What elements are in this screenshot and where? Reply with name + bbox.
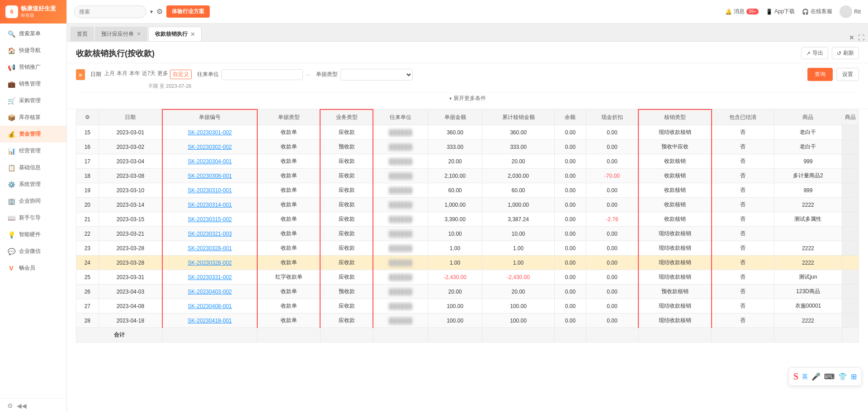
date-this-month[interactable]: 本月 bbox=[117, 70, 127, 79]
tab-collection-close[interactable]: ✕ bbox=[190, 31, 195, 38]
settings-button[interactable]: 设置 bbox=[836, 68, 859, 81]
date-custom[interactable]: 自定义 bbox=[170, 70, 192, 79]
row-no: 21 bbox=[76, 212, 99, 227]
tab-receivable[interactable]: 预计应应付单 ✕ bbox=[95, 27, 147, 41]
sougou-icon[interactable]: S bbox=[793, 371, 798, 382]
row-product: 老白干 bbox=[774, 140, 842, 154]
sidebar-item-sales[interactable]: 💼 销售管理 bbox=[0, 76, 66, 92]
row-doc-no[interactable]: SK-20230408-001 bbox=[162, 299, 257, 313]
sidebar-item-operations[interactable]: 📊 经营管理 bbox=[0, 142, 66, 159]
date-last-month[interactable]: 上月 bbox=[104, 70, 115, 79]
sidebar-item-member[interactable]: V 畅会员 bbox=[0, 260, 66, 276]
row-cancel-amount: 1,000.00 bbox=[482, 198, 555, 212]
sidebar-item-finance[interactable]: 💰 资金管理 bbox=[0, 126, 66, 142]
tab-collection-cancel[interactable]: 收款核销执行 ✕ bbox=[148, 27, 202, 41]
row-cash-discount: -2.76 bbox=[586, 212, 638, 227]
row-balance: 0.00 bbox=[555, 285, 586, 299]
date-more[interactable]: 更多 bbox=[157, 70, 168, 79]
row-doc-no[interactable]: SK-20230304-001 bbox=[162, 154, 257, 169]
sidebar-item-inventory[interactable]: 📦 库存核算 bbox=[0, 109, 66, 126]
solution-button[interactable]: 体验行业方案 bbox=[166, 5, 210, 18]
row-doc-no[interactable]: SK-20230331-002 bbox=[162, 270, 257, 285]
filter-toggle-button[interactable]: » bbox=[76, 69, 85, 80]
row-doc-no[interactable]: SK-20230302-002 bbox=[162, 140, 257, 154]
row-doc-no[interactable]: SK-20230328-002 bbox=[162, 256, 257, 270]
sidebar-label-smart-hw: 智能硬件 bbox=[19, 231, 41, 238]
mic-icon[interactable]: 🎤 bbox=[811, 372, 821, 381]
date-this-year[interactable]: 本年 bbox=[129, 70, 140, 79]
settings-icon[interactable]: ⚙ bbox=[7, 402, 13, 409]
english-icon[interactable]: 英 bbox=[802, 373, 808, 381]
topbar-dropdown[interactable]: ▾ bbox=[150, 9, 153, 15]
row-include-settled: 否 bbox=[712, 140, 774, 154]
col-header-settings[interactable]: ⚙ bbox=[76, 109, 99, 125]
row-cancel-type: 现结收款核销 bbox=[638, 313, 712, 328]
topbar-search-input[interactable] bbox=[74, 5, 146, 18]
row-doc-no[interactable]: SK-20230301-002 bbox=[162, 125, 257, 140]
row-doc-no[interactable]: SK-20230328-001 bbox=[162, 241, 257, 256]
online-service-button[interactable]: 🎧 在线客服 bbox=[802, 8, 832, 15]
row-cancel-amount: 360.00 bbox=[482, 125, 555, 140]
inventory-icon: 📦 bbox=[7, 114, 15, 121]
sidebar-item-basic-info[interactable]: 📋 基础信息 bbox=[0, 159, 66, 176]
chevron-down-icon: ▾ bbox=[150, 9, 153, 15]
bell-icon: 🔔 bbox=[725, 9, 732, 15]
row-no: 26 bbox=[76, 285, 99, 299]
guide-icon: 📖 bbox=[7, 214, 15, 222]
sidebar: 6 畅康道好生意 标推版 🔍 搜索菜单 🏠 快捷导航 📢 营销推广 💼 销售管理… bbox=[0, 0, 67, 413]
table-row: 172023-03-04SK-20230304-001收款单应收款██████2… bbox=[76, 154, 859, 169]
row-include-settled: 否 bbox=[712, 285, 774, 299]
row-doc-no[interactable]: SK-20230403-002 bbox=[162, 285, 257, 299]
user-avatar[interactable]: Rit bbox=[840, 5, 861, 18]
sidebar-item-purchase[interactable]: 🛒 采购管理 bbox=[0, 92, 66, 109]
row-doc-no[interactable]: SK-20230310-001 bbox=[162, 183, 257, 198]
tab-home[interactable]: 首页 bbox=[71, 27, 94, 41]
sidebar-item-smart-hw[interactable]: 💡 智能硬件 bbox=[0, 226, 66, 243]
sidebar-label-search: 搜索菜单 bbox=[19, 30, 41, 38]
sidebar-item-wechat[interactable]: 💬 企业微信 bbox=[0, 243, 66, 260]
sidebar-item-marketing[interactable]: 📢 营销推广 bbox=[0, 59, 66, 76]
app-download-button[interactable]: 📱 App下载 bbox=[766, 8, 795, 15]
counterparty-input[interactable] bbox=[222, 69, 303, 80]
purchase-icon: 🛒 bbox=[7, 97, 15, 104]
row-doc-no[interactable]: SK-20230314-001 bbox=[162, 198, 257, 212]
doctype-select[interactable] bbox=[340, 69, 413, 81]
row-no: 20 bbox=[76, 198, 99, 212]
total-cell bbox=[320, 328, 373, 342]
row-doc-type: 收款单 bbox=[257, 154, 320, 169]
tab-receivable-close[interactable]: ✕ bbox=[137, 31, 141, 37]
row-doc-no[interactable]: SK-20230418-001 bbox=[162, 313, 257, 328]
tab-close-all-icon[interactable]: ✕ bbox=[849, 34, 854, 41]
tab-expand-icon[interactable]: ⛶ bbox=[858, 34, 864, 41]
refresh-button[interactable]: ↺ 刷新 bbox=[832, 47, 859, 59]
topbar-gear-icon[interactable]: ⚙ bbox=[156, 7, 163, 16]
sidebar-item-quick-nav[interactable]: 🏠 快捷导航 bbox=[0, 42, 66, 59]
sidebar-item-guide[interactable]: 📖 新手引导 bbox=[0, 209, 66, 226]
sidebar-item-search[interactable]: 🔍 搜索菜单 bbox=[0, 25, 66, 42]
sidebar-label-wechat: 企业微信 bbox=[19, 247, 41, 255]
row-doc-no[interactable]: SK-20230315-002 bbox=[162, 212, 257, 227]
messages-button[interactable]: 🔔 消息 99+ bbox=[725, 8, 759, 15]
keyboard-icon[interactable]: ⌨ bbox=[824, 372, 835, 381]
row-counterparty: ██████ bbox=[373, 183, 428, 198]
expand-more-btn[interactable]: ▾ 展开更多条件 bbox=[76, 92, 859, 104]
query-button[interactable]: 查询 bbox=[807, 68, 833, 81]
row-date: 2023-03-02 bbox=[99, 140, 162, 154]
shirt-icon[interactable]: 👕 bbox=[838, 372, 847, 381]
refresh-icon: ↺ bbox=[837, 50, 841, 57]
date-7-days[interactable]: 近7天 bbox=[142, 70, 156, 79]
row-counterparty: ██████ bbox=[373, 270, 428, 285]
collapse-icon[interactable]: ◀◀ bbox=[17, 402, 27, 409]
row-biz-type: 应收款 bbox=[320, 241, 373, 256]
sidebar-item-enterprise[interactable]: 🏢 企业协同 bbox=[0, 193, 66, 209]
row-cancel-amount: 333.00 bbox=[482, 140, 555, 154]
filter-dots: ··· bbox=[306, 71, 310, 78]
row-doc-no[interactable]: SK-20230321-003 bbox=[162, 227, 257, 241]
row-cash-discount: 0.00 bbox=[586, 285, 638, 299]
export-button[interactable]: ↗ 导出 bbox=[801, 47, 828, 59]
row-balance: 0.00 bbox=[555, 313, 586, 328]
row-doc-no[interactable]: SK-20230308-001 bbox=[162, 169, 257, 183]
sidebar-item-system[interactable]: ⚙️ 系统管理 bbox=[0, 176, 66, 193]
row-product-img bbox=[842, 285, 859, 299]
grid-icon[interactable]: ⊞ bbox=[851, 372, 857, 381]
